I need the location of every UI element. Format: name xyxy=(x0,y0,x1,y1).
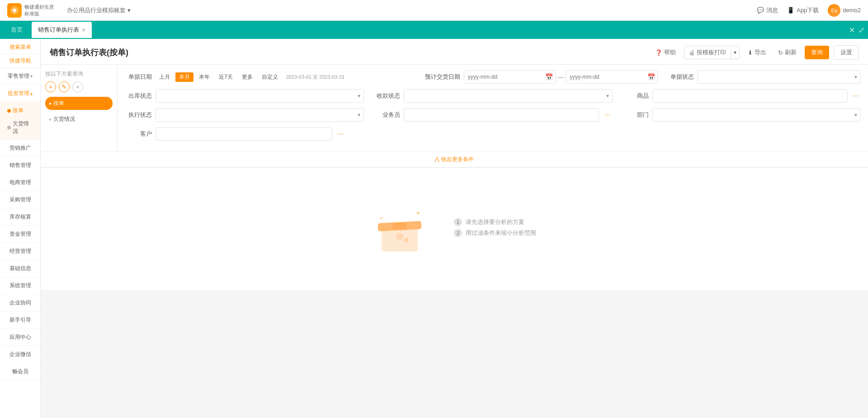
out-status-select[interactable] xyxy=(156,89,364,103)
sidebar-item-finance[interactable]: 资金管理 xyxy=(0,226,40,243)
sidebar-sub-wholesale: 按单 欠货情况 xyxy=(0,102,40,140)
print-main-button[interactable]: 🖨 按模板打印 xyxy=(684,46,731,59)
dept-select[interactable] xyxy=(652,108,861,122)
tab-home[interactable]: 首页 xyxy=(4,21,30,39)
expand-icon-retail: ▾ xyxy=(30,74,33,79)
edit-scheme-button[interactable]: ✎ xyxy=(59,81,70,92)
empty-illustration: ✦ ✦ xyxy=(373,204,427,254)
expected-date-end-input[interactable] xyxy=(566,70,658,84)
print-dropdown-button[interactable]: ▾ xyxy=(731,47,739,58)
app-download-button[interactable]: 📱 App下载 xyxy=(787,6,819,14)
date-tab-this-month[interactable]: 本月 xyxy=(175,72,193,82)
date-range-display: 2023-03-01 至 2023-03-31 xyxy=(286,74,345,81)
scheme-item-debt[interactable]: ● 欠货情况 xyxy=(45,113,113,126)
sidebar-item-wechat[interactable]: 企业微信 xyxy=(0,346,40,363)
sidebar-item-newbie[interactable]: 新手引导 xyxy=(0,312,40,329)
filter-goods-field: 商品 ··· xyxy=(622,89,861,103)
sidebar-item-retail[interactable]: 零售管理 ▾ xyxy=(0,68,40,85)
customer-more-button[interactable]: ··· xyxy=(336,130,345,138)
message-icon: 💬 xyxy=(757,7,764,14)
tab-expand-icon[interactable]: ⤢ xyxy=(859,26,864,34)
sidebar-item-sales[interactable]: 销售管理 xyxy=(0,157,40,174)
filter-collect-status-field: 收款状态 xyxy=(373,89,612,103)
query-button[interactable]: 查询 xyxy=(805,46,829,59)
sidebar-label-corp: 企业协同 xyxy=(9,299,31,307)
sidebar-label-marketing: 营销推广 xyxy=(9,144,31,152)
out-status-label: 出库状态 xyxy=(125,92,152,100)
salesperson-label: 业务员 xyxy=(373,111,400,119)
sidebar-item-system[interactable]: 系统管理 xyxy=(0,277,40,294)
empty-tip-1: 1 请先选择要分析的方案 xyxy=(454,218,536,226)
filter-expected-date-field: 预计交货日期 📅 — 📅 xyxy=(425,70,658,84)
svg-point-6 xyxy=(396,233,403,240)
salesperson-input[interactable] xyxy=(404,108,599,122)
exec-status-select-wrap xyxy=(156,108,364,122)
date-tab-last-month[interactable]: 上月 xyxy=(156,72,174,82)
settings-button[interactable]: 设置 xyxy=(834,45,859,60)
date-tab-this-year[interactable]: 本年 xyxy=(195,72,213,82)
salesperson-more-button[interactable]: ··· xyxy=(603,111,612,119)
empty-tip-2: 2 用过滤条件来缩小分析范围 xyxy=(454,229,536,237)
customer-input[interactable] xyxy=(156,127,332,141)
sidebar-item-wholesale[interactable]: 批发管理 ▴ xyxy=(0,85,40,102)
add-scheme-button[interactable]: + xyxy=(45,81,56,92)
date-tab-custom[interactable]: 自定义 xyxy=(258,72,282,82)
goods-more-button[interactable]: ··· xyxy=(851,92,861,100)
page-title-bar: 销售订单执行表(按单) ❓ 帮助 🖨 按模板打印 ▾ ⬇ 导出 xyxy=(41,39,868,65)
help-button[interactable]: ❓ 帮助 xyxy=(651,47,679,58)
refresh-button[interactable]: ↻ 刷新 xyxy=(774,47,800,58)
dropdown-icon: ▾ xyxy=(127,7,131,14)
user-profile[interactable]: Ea demo2 xyxy=(828,4,861,17)
exec-status-select[interactable] xyxy=(156,108,364,122)
print-button-group: 🖨 按模板打印 ▾ xyxy=(684,46,740,59)
sub-label-debt: 欠货情况 xyxy=(13,120,33,135)
inactive-dot-icon xyxy=(7,126,11,129)
collect-status-select[interactable] xyxy=(404,89,612,103)
sidebar-label-wholesale: 批发管理 xyxy=(8,90,29,97)
expected-date-start-input[interactable] xyxy=(464,70,556,84)
expected-date-end-wrap: 📅 xyxy=(566,70,658,84)
sidebar-sub-sales-order[interactable]: 按单 xyxy=(4,104,37,117)
sidebar-item-operation[interactable]: 经营管理 xyxy=(0,243,40,260)
collapse-scheme-button[interactable]: « xyxy=(72,81,83,92)
filter-date-field: 单据日期 上月 本月 本年 近7天 更多 自定义 20 xyxy=(125,72,416,82)
sidebar-quick-nav[interactable]: 快捷导航 xyxy=(0,54,40,68)
sidebar-item-corp[interactable]: 企业协同 xyxy=(0,294,40,312)
print-icon: 🖨 xyxy=(689,49,695,56)
logo-area[interactable]: 畅捷通好生意 标准版 xyxy=(7,3,54,18)
tab-close-icon[interactable]: × xyxy=(82,27,85,33)
status-select[interactable] xyxy=(698,70,861,84)
scheme-dot-icon: ● xyxy=(49,101,52,106)
filter-row-2: 出库状态 收款状态 xyxy=(125,89,861,103)
collapse-more-button[interactable]: ⋀ 收起更多条件 xyxy=(41,152,868,167)
calendar-start-icon: 📅 xyxy=(545,73,553,81)
date-tab-more[interactable]: 更多 xyxy=(238,72,256,82)
header-right: 💬 消息 📱 App下载 Ea demo2 xyxy=(757,4,861,17)
export-button[interactable]: ⬇ 导出 xyxy=(744,47,770,58)
user-avatar: Ea xyxy=(828,4,840,17)
date-tab-7days[interactable]: 近7天 xyxy=(215,72,236,82)
expected-date-range: 📅 — 📅 xyxy=(464,70,658,84)
sidebar-label-sales: 销售管理 xyxy=(9,162,31,169)
sidebar-search[interactable]: 搜索菜单 xyxy=(0,39,40,54)
sidebar-item-ecommerce[interactable]: 电商管理 xyxy=(0,174,40,191)
sidebar-item-apps[interactable]: 应用中心 xyxy=(0,329,40,346)
sidebar-sub-debt[interactable]: 欠货情况 xyxy=(4,117,37,138)
sidebar-item-member[interactable]: 畅会员 xyxy=(0,363,40,380)
tab-minimize-icon[interactable]: ✕ xyxy=(849,26,855,34)
sidebar-label-ecommerce: 电商管理 xyxy=(9,179,31,186)
page-actions: ❓ 帮助 🖨 按模板打印 ▾ ⬇ 导出 ↻ 刷新 xyxy=(651,45,859,60)
sidebar-item-basic[interactable]: 基础信息 xyxy=(0,260,40,277)
scheme-item-active[interactable]: ● 按单 xyxy=(45,97,113,110)
system-title[interactable]: 办公用品行业模拟账套 ▾ xyxy=(67,6,131,14)
message-button[interactable]: 💬 消息 xyxy=(757,6,778,14)
dept-select-wrap xyxy=(652,108,861,122)
sidebar-item-marketing[interactable]: 营销推广 xyxy=(0,140,40,157)
goods-input[interactable] xyxy=(652,89,848,103)
tab-active[interactable]: 销售订单执行表 × xyxy=(32,22,92,38)
sidebar-item-purchase[interactable]: 采购管理 xyxy=(0,191,40,209)
filter-scheme-title: 按以下方案查询 xyxy=(45,70,113,78)
sidebar-item-inventory[interactable]: 库存核算 xyxy=(0,209,40,226)
goods-label: 商品 xyxy=(622,92,649,100)
page-content: 销售订单执行表(按单) ❓ 帮助 🖨 按模板打印 ▾ ⬇ 导出 xyxy=(41,39,868,418)
